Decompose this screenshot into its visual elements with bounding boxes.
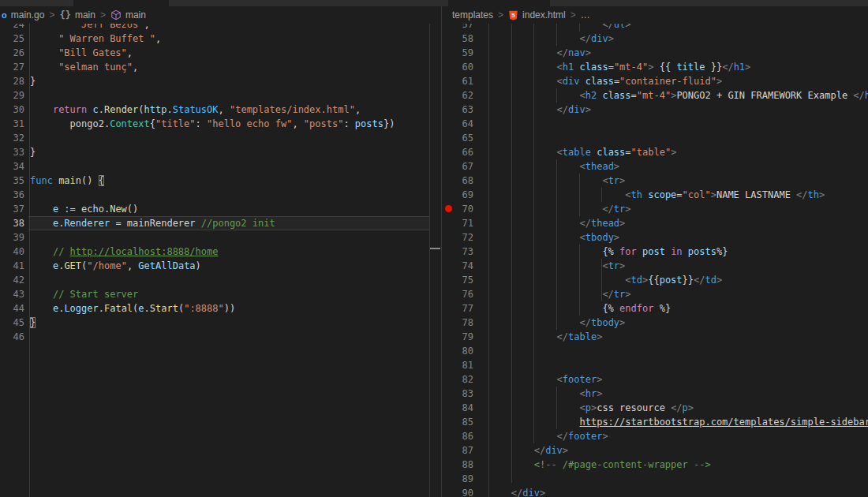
code-line[interactable]: 70 </tr> (443, 202, 868, 216)
code-line[interactable]: 89 (443, 472, 868, 486)
breadcrumb-file[interactable]: index.html (522, 9, 566, 21)
code-line[interactable]: 61 <div class="container-fluid"> (443, 74, 868, 88)
line-number[interactable]: 80 (455, 344, 473, 358)
line-number[interactable]: 27 (0, 60, 24, 74)
code-text: <footer> (466, 372, 602, 387)
code-line[interactable]: 73 {% for post in posts%} (443, 245, 868, 259)
code-line[interactable]: 58 </div> (443, 32, 868, 46)
code-line[interactable]: 28} (0, 74, 429, 88)
code-line[interactable]: 44 e.Logger.Fatal(e.Start(":8888")) (0, 301, 429, 316)
line-number[interactable]: 36 (0, 188, 24, 202)
line-number[interactable]: 43 (0, 287, 24, 301)
code-line[interactable]: 88 <!-- /#page-content-wrapper --> (443, 458, 868, 472)
breadcrumb-separator: > (571, 9, 576, 21)
code-line[interactable]: 27 "selman tunç", (0, 60, 429, 74)
code-line[interactable]: 82 <footer> (443, 372, 868, 387)
code-line[interactable]: 33} (0, 145, 429, 159)
code-line[interactable]: 69 <th scope="col">NAME LASTNAME </th> (443, 188, 868, 202)
line-number[interactable]: 42 (0, 273, 24, 287)
line-number[interactable]: 40 (0, 245, 24, 259)
code-line[interactable]: 25 " Warren Buffet ", (0, 32, 429, 46)
code-text: } (30, 74, 36, 88)
line-number[interactable]: 41 (0, 259, 24, 273)
code-line[interactable]: 67 <thead> (443, 159, 868, 174)
code-line[interactable]: 71 </thead> (443, 216, 868, 230)
line-number[interactable]: 45 (0, 316, 24, 330)
code-line[interactable]: 37 e := echo.New() (0, 202, 429, 216)
code-text: <div class="container-fluid"> (466, 74, 722, 88)
code-text: <!-- /#page-content-wrapper --> (466, 458, 711, 472)
active-tab-right[interactable] (448, 0, 550, 6)
code-line[interactable]: 66 <table class="table"> (443, 145, 868, 159)
line-number[interactable]: 35 (0, 174, 24, 188)
line-number[interactable]: 25 (0, 32, 24, 46)
line-number[interactable]: 37 (0, 202, 24, 216)
code-line[interactable]: 31 pongo2.Context{"title": "hello echo f… (0, 117, 429, 131)
code-line[interactable]: 62 <h2 class="mt-4">PONGO2 + GIN FRAMEWO… (443, 88, 868, 103)
line-number[interactable]: 29 (0, 88, 24, 103)
breadcrumb-more[interactable]: … (581, 9, 590, 21)
line-number[interactable]: 89 (455, 472, 473, 486)
code-line[interactable]: 30 return c.Render(http.StatusOK, "templ… (0, 103, 429, 117)
code-line[interactable]: 84 <p>css resource </p> (443, 401, 868, 415)
code-line[interactable]: 85 https://startbootstrap.com/templates/… (443, 415, 868, 429)
code-line[interactable]: 63 </div> (443, 103, 868, 117)
code-line[interactable]: 83 <hr> (443, 387, 868, 401)
code-line[interactable]: 72 <tbody> (443, 230, 868, 245)
active-tab-left[interactable] (73, 0, 169, 6)
code-line[interactable]: 32 (0, 131, 429, 145)
line-number[interactable]: 30 (0, 103, 24, 117)
code-line[interactable]: 45} (0, 316, 429, 330)
line-number[interactable]: 32 (0, 131, 24, 145)
code-line[interactable]: 36 (0, 188, 429, 202)
code-line[interactable]: 90 </div> (443, 486, 868, 497)
line-number[interactable]: 64 (455, 117, 473, 131)
code-line[interactable]: 60 <h1 class="mt-4"> {{ title }}</h1> (443, 60, 868, 74)
breadcrumb-folder[interactable]: templates (452, 9, 493, 21)
breadcrumb-symbol[interactable]: main (125, 9, 146, 21)
line-number[interactable]: 44 (0, 301, 24, 316)
code-line[interactable]: 75 <td>{{post}}</td> (443, 273, 868, 287)
code-line[interactable]: 86 </footer> (443, 429, 868, 443)
line-number[interactable]: 46 (0, 330, 24, 344)
line-number[interactable]: 28 (0, 74, 24, 88)
code-line[interactable]: 43 // Start server (0, 287, 429, 301)
code-text: https://startbootstrap.com/templates/sim… (466, 415, 868, 429)
code-line[interactable]: 29 (0, 88, 429, 103)
line-number[interactable]: 65 (455, 131, 473, 145)
line-number[interactable]: 38 (0, 216, 24, 230)
code-line[interactable]: 87 </div> (443, 443, 868, 458)
editor-split-sash[interactable] (441, 0, 442, 497)
breadcrumb-module[interactable]: main (75, 9, 95, 21)
code-text: // http://localhost:8888/home (30, 245, 218, 259)
code-text: "Bill Gates", (30, 46, 133, 60)
code-line[interactable]: 74 <tr> (443, 259, 868, 273)
code-line[interactable]: 34 (0, 159, 429, 174)
code-line[interactable]: 79 </table> (443, 330, 868, 344)
code-line[interactable]: 68 <tr> (443, 174, 868, 188)
line-number[interactable]: 31 (0, 117, 24, 131)
code-line[interactable]: 26 "Bill Gates", (0, 46, 429, 60)
code-line[interactable]: 80 (443, 344, 868, 358)
code-line[interactable]: 35func main() { (0, 174, 429, 188)
code-line[interactable]: 41 e.GET("/home", GetAllData) (0, 259, 429, 273)
code-line[interactable]: 59 </nav> (443, 46, 868, 60)
code-line[interactable]: 65 (443, 131, 868, 145)
code-line[interactable]: 42 (0, 273, 429, 287)
code-line[interactable]: 38 e.Renderer = mainRenderer //pongo2 in… (0, 216, 429, 230)
code-line[interactable]: 81 (443, 358, 868, 372)
breakpoint-dot[interactable] (445, 205, 452, 212)
code-line[interactable]: 39 (0, 230, 429, 245)
line-number[interactable]: 33 (0, 145, 24, 159)
code-line[interactable]: 78 </tbody> (443, 316, 868, 330)
line-number[interactable]: 39 (0, 230, 24, 245)
code-line[interactable]: 64 (443, 117, 868, 131)
line-number[interactable]: 34 (0, 159, 24, 174)
code-line[interactable]: 76 </tr> (443, 287, 868, 301)
code-line[interactable]: 77 {% endfor %} (443, 301, 868, 316)
code-line[interactable]: 46 (0, 330, 429, 344)
breadcrumb-file[interactable]: main.go (11, 9, 45, 21)
line-number[interactable]: 81 (455, 358, 473, 372)
code-line[interactable]: 40 // http://localhost:8888/home (0, 245, 429, 259)
line-number[interactable]: 26 (0, 46, 24, 60)
